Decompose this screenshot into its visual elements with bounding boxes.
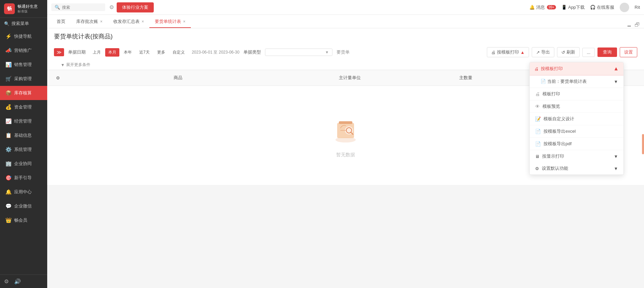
expand-down-icon: ▼ xyxy=(61,63,65,67)
sidebar-item-operations[interactable]: 📈 经营管理 xyxy=(0,114,47,128)
sidebar-item-purchase[interactable]: 🛒 采购管理 xyxy=(0,72,47,86)
date-btn-this-month[interactable]: 本月 xyxy=(105,48,119,57)
sidebar-item-label: 系统管理 xyxy=(14,147,32,153)
scrollbar-handle[interactable] xyxy=(642,134,644,154)
finance-icon: 💰 xyxy=(5,104,11,110)
window-controls: 🗕 🗗 xyxy=(626,22,640,28)
more-btn-label: ... xyxy=(587,50,590,55)
date-btn-this-year[interactable]: 本年 xyxy=(121,48,135,57)
tab-order-stats[interactable]: 要货单统计表 × xyxy=(149,16,191,28)
basic-icon: 📋 xyxy=(5,132,11,138)
export-btn[interactable]: ↗ 导出 xyxy=(532,47,554,57)
minimize-icon[interactable]: 🗕 xyxy=(626,22,632,28)
trial-button[interactable]: 体验行业方案 xyxy=(117,2,154,12)
app-download-item[interactable]: 📱 App下载 xyxy=(561,4,585,10)
sidebar-item-quick-nav[interactable]: ⚡ 快捷导航 xyxy=(0,29,47,43)
filter-bar: ≫ 单据日期 上月 本月 本年 近7天 更多 自定义 2023-06-01 至 … xyxy=(54,44,637,60)
system-icon: ⚙️ xyxy=(5,147,11,153)
print-template-print[interactable]: 🖨 模板打印 xyxy=(530,88,623,100)
print-icon: 🖨 xyxy=(491,50,496,55)
date-btn-7days[interactable]: 近7天 xyxy=(136,48,153,57)
template-preview-left: 👁 模板预览 xyxy=(535,103,560,109)
sidebar-item-inventory[interactable]: 📦 库存核算 xyxy=(0,86,47,100)
refresh-icon: ↺ xyxy=(561,50,565,55)
topbar-gear-icon[interactable]: ⚙ xyxy=(109,4,114,10)
print-btn[interactable]: 🖨 按模板打印 ▲ xyxy=(487,47,529,57)
inventory-icon: 📦 xyxy=(5,90,11,96)
user-avatar[interactable] xyxy=(620,3,629,12)
topbar: 🔍 ⚙ 体验行业方案 🔔 消息 99+ 📱 App下载 🎧 在线客服 Rit xyxy=(47,0,644,15)
sidebar-item-finance[interactable]: 💰 资金管理 xyxy=(0,100,47,114)
print-display-print[interactable]: 🖥 按显示打印 ▼ xyxy=(530,150,623,162)
sidebar-item-wechat[interactable]: 💬 企业微信 xyxy=(0,199,47,213)
set-default-left: ⚙ 设置默认功能 xyxy=(535,165,568,171)
content-area: 要货单统计表(按商品) ≫ 单据日期 上月 本月 本年 近7天 更多 自定义 2… xyxy=(47,28,644,288)
settings-icon[interactable]: ⚙ xyxy=(4,278,9,285)
online-service-item[interactable]: 🎧 在线客服 xyxy=(590,4,614,10)
headset-icon: 🎧 xyxy=(590,5,595,10)
display-print-left: 🖥 按显示打印 xyxy=(535,153,564,159)
sidebar-search[interactable]: 🔍 搜索菜单 xyxy=(0,18,47,29)
sidebar-item-enterprise[interactable]: 🏢 企业协同 xyxy=(0,157,47,171)
sidebar-item-sales[interactable]: 📊 销售管理 xyxy=(0,58,47,72)
quick-nav-icon: ⚡ xyxy=(5,33,11,39)
refresh-btn-label: 刷新 xyxy=(566,49,575,55)
print-set-default[interactable]: ⚙ 设置默认功能 ▼ xyxy=(530,162,623,174)
notifications-item[interactable]: 🔔 消息 99+ xyxy=(529,4,556,10)
sidebar-item-marketing[interactable]: 📣 营销推广 xyxy=(0,43,47,58)
topbar-search-input[interactable] xyxy=(62,5,96,10)
search-icon: 🔍 xyxy=(4,21,9,26)
query-button[interactable]: 查询 xyxy=(597,47,617,57)
purchase-icon: 🛒 xyxy=(5,76,11,82)
filter-right-buttons: 🖨 按模板打印 ▲ ↗ 导出 ↺ 刷新 ... 查询 xyxy=(487,47,637,57)
page-title: 要货单统计表(按商品) xyxy=(54,32,637,40)
topbar-search-box[interactable]: 🔍 xyxy=(51,3,105,11)
maximize-icon[interactable]: 🗗 xyxy=(635,22,640,28)
tab-batch-account-close[interactable]: × xyxy=(100,19,103,24)
date-btn-more[interactable]: 更多 xyxy=(154,48,168,57)
print-template-pdf[interactable]: 📄 按模板导出pdf xyxy=(530,138,623,150)
sales-icon: 📊 xyxy=(5,62,11,68)
set-default-label: 设置默认功能 xyxy=(542,165,568,171)
th-settings[interactable]: ⚙ xyxy=(51,73,65,83)
print-current-item[interactable]: 📄 当前：要货单统计表 ▼ xyxy=(530,75,623,88)
sidebar-nav: ⚡ 快捷导航 📣 营销推广 📊 销售管理 🛒 采购管理 📦 库存核算 💰 资金管… xyxy=(0,29,47,275)
settings-button[interactable]: 设置 xyxy=(620,47,637,57)
svg-rect-2 xyxy=(339,121,352,124)
date-btn-last-month[interactable]: 上月 xyxy=(90,48,104,57)
tab-home[interactable]: 首页 xyxy=(51,16,71,28)
empty-icon xyxy=(329,113,362,147)
print-template-excel[interactable]: 📄 按模板导出excel xyxy=(530,125,623,138)
print-template-design[interactable]: 📝 模板自定义设计 xyxy=(530,113,623,125)
sidebar: 畅 畅通好生意 标准版 🔍 搜索菜单 ⚡ 快捷导航 📣 营销推广 📊 销售管理 … xyxy=(0,0,47,288)
sidebar-item-member[interactable]: 👑 畅会员 xyxy=(0,213,47,227)
template-design-left: 📝 模板自定义设计 xyxy=(535,116,574,122)
print-template-preview[interactable]: 👁 模板预览 xyxy=(530,100,623,113)
tab-order-stats-close[interactable]: × xyxy=(183,19,185,24)
sidebar-item-guide[interactable]: 🎯 新手引导 xyxy=(0,171,47,185)
type-dropdown[interactable]: ▼ xyxy=(265,49,332,56)
template-print-icon: 🖨 xyxy=(535,91,540,97)
print-title-icon: 🖨 xyxy=(534,66,539,71)
set-default-icon: ⚙ xyxy=(535,166,539,171)
refresh-btn[interactable]: ↺ 刷新 xyxy=(557,47,580,57)
tab-home-label: 首页 xyxy=(57,19,65,25)
print-title-text: 按模板打印 xyxy=(541,66,563,72)
search-label: 搜索菜单 xyxy=(11,21,29,27)
tab-batch-account[interactable]: 库存批次账 × xyxy=(71,16,108,28)
print-dropdown-close-btn[interactable]: ▲ xyxy=(613,66,619,72)
more-btn[interactable]: ... xyxy=(582,48,595,57)
sidebar-item-system[interactable]: ⚙️ 系统管理 xyxy=(0,142,47,157)
sidebar-bottom: ⚙ 🔊 xyxy=(0,275,47,288)
sidebar-item-appstore[interactable]: 🔔 应用中心 xyxy=(0,185,47,199)
tab-receipt-summary[interactable]: 收发存汇总表 × xyxy=(108,16,149,28)
date-btn-custom[interactable]: 自定义 xyxy=(170,48,188,57)
tab-receipt-summary-close[interactable]: × xyxy=(142,19,144,24)
filter-toggle-btn[interactable]: ≫ xyxy=(54,48,64,56)
sidebar-item-basic[interactable]: 📋 基础信息 xyxy=(0,128,47,142)
sound-icon[interactable]: 🔊 xyxy=(14,278,21,285)
date-options: 上月 本月 本年 近7天 更多 自定义 xyxy=(90,48,188,57)
app-logo-icon: 畅 xyxy=(4,3,15,14)
print-current-left: 📄 当前：要货单统计表 xyxy=(540,78,587,85)
member-icon: 👑 xyxy=(5,217,11,223)
